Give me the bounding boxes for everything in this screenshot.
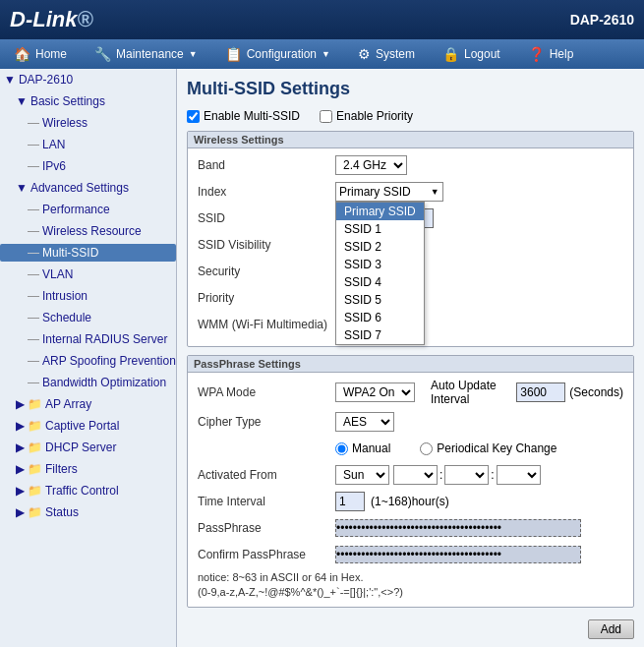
ssid-option-5[interactable]: SSID 5 xyxy=(336,291,424,309)
second-select[interactable] xyxy=(497,465,541,485)
nav-help[interactable]: ❓ Help xyxy=(514,39,588,69)
index-row: Index Primary SSID ▼ Primary SSID SSID 1… xyxy=(198,181,623,203)
wpa-mode-select[interactable]: WPA2 On xyxy=(335,382,415,402)
sidebar-traffic-icon: 📁 xyxy=(28,484,42,498)
sidebar-schedule-label: Schedule xyxy=(42,311,91,324)
sidebar-item-lan[interactable]: — LAN xyxy=(0,134,176,155)
enable-multi-ssid-checkbox[interactable]: Enable Multi-SSID xyxy=(187,109,300,123)
sidebar-item-intrusion[interactable]: — Intrusion xyxy=(0,285,176,307)
sidebar-item-root[interactable]: ▼ DAP-2610 xyxy=(0,69,176,90)
sidebar-lan-label: LAN xyxy=(42,138,65,151)
content-area: Multi-SSID Settings Enable Multi-SSID En… xyxy=(177,69,644,647)
sidebar-item-filters[interactable]: ▶ 📁 Filters xyxy=(0,458,176,480)
arp-icon: — xyxy=(28,354,39,368)
dlink-logo: D-Link® xyxy=(10,7,93,32)
minute-select[interactable] xyxy=(444,465,489,485)
nav-home[interactable]: 🏠 Home xyxy=(0,39,81,69)
filters-expand-icon: ▶ xyxy=(16,462,25,476)
passphrase-input[interactable] xyxy=(335,519,581,537)
index-dropdown-trigger[interactable]: Primary SSID ▼ xyxy=(335,182,443,202)
add-button[interactable]: Add xyxy=(588,619,634,639)
sidebar-item-wireless-resource[interactable]: — Wireless Resource xyxy=(0,220,176,242)
confirm-passphrase-input[interactable] xyxy=(335,546,581,563)
day-select[interactable]: SunMonTue WedThuFriSat xyxy=(335,465,389,485)
ssid-option-4[interactable]: SSID 4 xyxy=(336,273,424,291)
sidebar-arp-label: ARP Spoofing Prevention xyxy=(42,354,176,368)
periodical-radio-label[interactable]: Periodical Key Change xyxy=(420,441,556,455)
top-checkbox-row: Enable Multi-SSID Enable Priority xyxy=(187,109,634,123)
bw-icon: — xyxy=(28,376,39,389)
model-name: DAP-2610 xyxy=(570,12,634,28)
band-select[interactable]: 2.4 GHz 5 GHz xyxy=(335,155,407,175)
nav-logout[interactable]: 🔒 Logout xyxy=(429,39,514,69)
ssid-option-7[interactable]: SSID 7 xyxy=(336,326,424,344)
sidebar-item-vlan[interactable]: — VLAN xyxy=(0,264,176,285)
periodical-radio[interactable] xyxy=(420,442,433,455)
sidebar-item-dhcp[interactable]: ▶ 📁 DHCP Server xyxy=(0,437,176,458)
config-icon: 📋 xyxy=(225,46,242,62)
sidebar-item-multi-ssid[interactable]: — Multi-SSID xyxy=(0,242,176,264)
intrusion-icon: — xyxy=(28,289,39,303)
sidebar-item-ap-array[interactable]: ▶ 📁 AP Array xyxy=(0,393,176,415)
sidebar-item-performance[interactable]: — Performance xyxy=(0,199,176,220)
update-interval-label: Auto Update Interval xyxy=(431,379,510,406)
confirm-passphrase-label: Confirm PassPhrase xyxy=(198,548,335,561)
perf-icon: — xyxy=(28,203,39,216)
manual-radio-label[interactable]: Manual xyxy=(335,441,390,455)
activated-from-row: Activated From SunMonTue WedThuFriSat : … xyxy=(198,464,623,486)
sidebar-item-schedule[interactable]: — Schedule xyxy=(0,307,176,328)
sidebar-item-arp[interactable]: — ARP Spoofing Prevention xyxy=(0,350,176,372)
nav-configuration[interactable]: 📋 Configuration ▼ xyxy=(211,39,344,69)
nav-maintenance[interactable]: 🔧 Maintenance ▼ xyxy=(81,39,211,69)
ssid-option-1[interactable]: SSID 1 xyxy=(336,220,424,238)
enable-priority-input[interactable] xyxy=(320,110,332,123)
activated-from-label: Activated From xyxy=(198,468,335,482)
ssid-option-primary[interactable]: Primary SSID xyxy=(336,203,424,220)
sidebar-item-basic-settings[interactable]: ▼ Basic Settings xyxy=(0,90,176,112)
nav-system-label: System xyxy=(376,47,415,61)
sidebar-root-label: DAP-2610 xyxy=(19,73,73,87)
passphrase-settings-section: PassPhrase Settings WPA Mode WPA2 On Aut… xyxy=(187,355,634,608)
advanced-expand-icon: ▼ xyxy=(16,181,28,195)
sidebar-item-advanced-settings[interactable]: ▼ Advanced Settings xyxy=(0,177,176,199)
ms-icon: — xyxy=(28,246,39,260)
index-dropdown-container: Primary SSID ▼ Primary SSID SSID 1 SSID … xyxy=(335,182,443,202)
sidebar-item-status[interactable]: ▶ 📁 Status xyxy=(0,501,176,523)
sidebar-item-radius[interactable]: — Internal RADIUS Server xyxy=(0,328,176,350)
nav-help-label: Help xyxy=(550,47,574,61)
sidebar-item-ipv6[interactable]: — IPv6 xyxy=(0,155,176,177)
logout-icon: 🔒 xyxy=(442,46,459,62)
time-interval-unit: (1~168)hour(s) xyxy=(371,495,449,508)
manual-radio[interactable] xyxy=(335,442,348,455)
sidebar-ap-text: AP Array xyxy=(45,397,91,411)
sidebar-item-wireless[interactable]: — Wireless xyxy=(0,112,176,134)
sidebar-cp-icon: 📁 xyxy=(28,419,42,433)
confirm-passphrase-row: Confirm PassPhrase xyxy=(198,544,623,565)
enable-priority-checkbox[interactable]: Enable Priority xyxy=(320,109,413,123)
ipv6-icon: — xyxy=(28,159,39,173)
ssid-option-2[interactable]: SSID 2 xyxy=(336,238,424,256)
ssid-option-6[interactable]: SSID 6 xyxy=(336,309,424,326)
passphrase-row: PassPhrase xyxy=(198,517,623,539)
wireless-icon: — xyxy=(28,116,39,130)
enable-multi-ssid-input[interactable] xyxy=(187,110,200,123)
notice-text: notice: 8~63 in ASCII or 64 in Hex. (0-9… xyxy=(198,570,623,601)
vlan-icon: — xyxy=(28,267,39,281)
main-layout: ▼ DAP-2610 ▼ Basic Settings — Wireless —… xyxy=(0,69,644,647)
sidebar-item-captive-portal[interactable]: ▶ 📁 Captive Portal xyxy=(0,415,176,437)
ap-expand-icon: ▶ xyxy=(16,397,25,411)
sidebar-item-bandwidth[interactable]: — Bandwidth Optimization xyxy=(0,372,176,393)
time-interval-input[interactable] xyxy=(335,492,365,511)
update-interval-input[interactable] xyxy=(516,382,565,402)
update-interval-unit: (Seconds) xyxy=(569,385,623,399)
cipher-type-select[interactable]: AES xyxy=(335,412,394,432)
index-label: Index xyxy=(198,185,335,199)
sidebar-item-traffic[interactable]: ▶ 📁 Traffic Control xyxy=(0,480,176,501)
time-interval-row: Time Interval (1~168)hour(s) xyxy=(198,491,623,512)
ssid-option-3[interactable]: SSID 3 xyxy=(336,256,424,273)
spacer xyxy=(414,415,417,429)
hour-select[interactable] xyxy=(393,465,438,485)
nav-system[interactable]: ⚙ System xyxy=(344,39,429,69)
band-label: Band xyxy=(198,158,335,172)
periodical-label: Periodical Key Change xyxy=(437,441,556,455)
